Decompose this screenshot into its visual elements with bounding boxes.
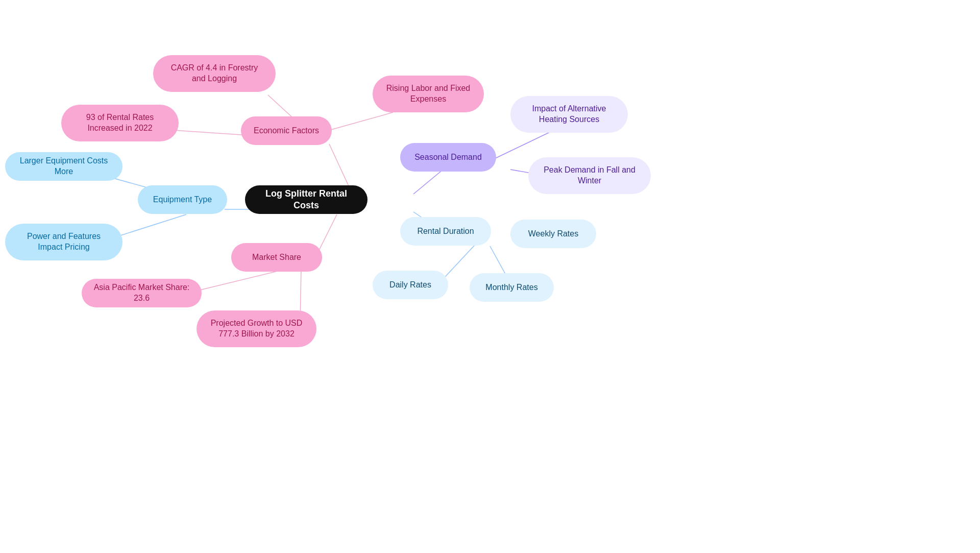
- weekly-rates-node[interactable]: Weekly Rates: [510, 220, 596, 248]
- rental-duration-node[interactable]: Rental Duration: [400, 217, 491, 246]
- rising-labor-node[interactable]: Rising Labor and Fixed Expenses: [373, 76, 484, 112]
- impact-heating-node[interactable]: Impact of Alternative Heating Sources: [510, 96, 628, 133]
- peak-demand-node[interactable]: Peak Demand in Fall and Winter: [528, 157, 651, 194]
- economic-factors-node[interactable]: Economic Factors: [241, 116, 332, 145]
- svg-line-8: [191, 269, 286, 292]
- daily-rates-node[interactable]: Daily Rates: [373, 271, 448, 299]
- center-node[interactable]: Log Splitter Rental Costs: [245, 185, 368, 214]
- market-share-node[interactable]: Market Share: [231, 243, 322, 272]
- projected-growth-node[interactable]: Projected Growth to USD 777.3 Billion by…: [197, 310, 316, 347]
- power-features-node[interactable]: Power and Features Impact Pricing: [5, 224, 122, 260]
- cagr-node[interactable]: CAGR of 4.4 in Forestry and Logging: [153, 55, 276, 92]
- equipment-type-node[interactable]: Equipment Type: [138, 185, 227, 214]
- svg-line-3: [329, 112, 393, 130]
- monthly-rates-node[interactable]: Monthly Rates: [470, 273, 554, 302]
- seasonal-demand-node[interactable]: Seasonal Demand: [400, 143, 496, 172]
- svg-line-11: [490, 130, 554, 161]
- svg-line-10: [413, 170, 443, 194]
- larger-equipment-node[interactable]: Larger Equipment Costs More: [5, 152, 122, 181]
- rental-rates-node[interactable]: 93 of Rental Rates Increased in 2022: [61, 105, 179, 141]
- asia-pacific-node[interactable]: Asia Pacific Market Share: 23.6: [82, 279, 202, 307]
